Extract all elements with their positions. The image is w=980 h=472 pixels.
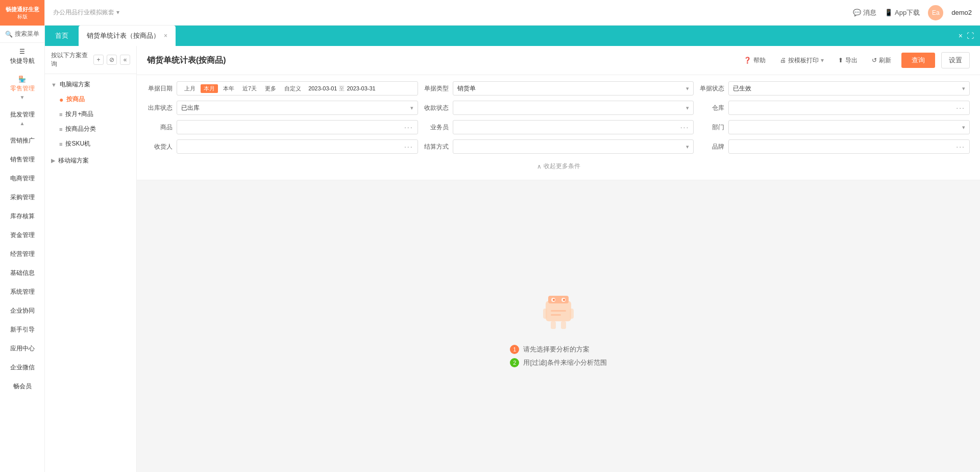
app-download-btn[interactable]: 📱 App下载 (885, 8, 920, 17)
product-control[interactable]: ··· (177, 120, 418, 134)
date-label: 单据日期 (147, 84, 173, 93)
brand-dots[interactable]: ··· (956, 143, 965, 151)
by-product-label: 按商品 (66, 95, 85, 104)
empty-steps: 1 请先选择要分析的方案 2 用[过滤]条件来缩小分析范围 (510, 345, 606, 367)
payment-control[interactable]: ▾ (453, 139, 694, 154)
product-dots[interactable]: ··· (404, 123, 413, 131)
sidebar-item-newuser[interactable]: 新手引导 (0, 320, 44, 339)
date-control[interactable]: 上月 本月 本年 近7天 更多 自定义 2023-03-01 至 2023-03… (177, 81, 418, 96)
sidebar-item-inventory[interactable]: 库存核算 (0, 207, 44, 226)
refresh-label: 刷新 (879, 56, 891, 65)
date-tag-more[interactable]: 更多 (262, 84, 279, 93)
step1-text: 请先选择要分析的方案 (523, 345, 590, 354)
salesperson-dots[interactable]: ··· (680, 123, 690, 131)
date-tag-7days[interactable]: 近7天 (239, 84, 260, 93)
print-btn[interactable]: 🖨 按模板打印 ▾ (776, 54, 828, 67)
empty-step-2: 2 用[过滤]条件来缩小分析范围 (510, 358, 606, 367)
svg-rect-8 (543, 309, 547, 319)
department-filter: 部门 ▾ (699, 120, 970, 134)
sidebar-item-marketing[interactable]: 营销推广 (0, 131, 44, 150)
doc-type-control[interactable]: 销货单 ▾ (453, 81, 694, 96)
filter-row-3: 商品 ··· 业务员 ··· (147, 120, 970, 134)
sidebar-item-sales[interactable]: 销售管理 (0, 150, 44, 169)
sidebar-item-appcenter[interactable]: 应用中心 (0, 339, 44, 358)
sidebar-item-basic[interactable]: 基础信息 (0, 264, 44, 282)
salesperson-control[interactable]: ··· (453, 120, 694, 134)
receiver-control[interactable]: ··· (177, 139, 418, 154)
date-tag-custom[interactable]: 自定义 (281, 84, 304, 93)
sidebar-item-member[interactable]: 畅会员 (0, 377, 44, 396)
procurement-label: 采购管理 (10, 193, 35, 202)
main-content: 办公用品行业模拟账套 ▾ 💬 消息 📱 App下载 Ea demo2 首页 销货… (45, 0, 980, 472)
dropdown-arrow[interactable]: ▾ (116, 9, 119, 16)
message-btn[interactable]: 💬 消息 (853, 8, 876, 17)
tree-item-by-category[interactable]: ≡ 按商品分类 (45, 122, 136, 136)
basic-label: 基础信息 (10, 269, 35, 277)
out-status-control[interactable]: 已出库 ▾ (177, 101, 418, 115)
sidebar-item-wechat[interactable]: 企业微信 (0, 358, 44, 377)
sidebar-item-system[interactable]: 系统管理 (0, 282, 44, 301)
add-scheme-btn[interactable]: + (93, 55, 104, 65)
quick-nav-icon: ☰ (19, 48, 25, 55)
date-range-sep: 至 (339, 85, 345, 92)
sidebar-item-enterprise[interactable]: 企业协同 (0, 301, 44, 320)
sidebar-item-ecommerce[interactable]: 电商管理 (0, 169, 44, 188)
avatar-text: Ea (932, 9, 940, 16)
tab-close-btn[interactable]: × (164, 32, 167, 39)
warehouse-control[interactable]: ··· (728, 101, 970, 115)
tree-desktop-group[interactable]: ▼ 电脑端方案 (45, 77, 136, 92)
finance-label: 资金管理 (10, 231, 35, 240)
department-control[interactable]: ▾ (728, 120, 970, 134)
export-label: 导出 (845, 56, 857, 65)
logo-subtext: 标版 (17, 13, 28, 20)
doc-type-label: 单据类型 (423, 84, 449, 93)
sidebar-item-quick-nav[interactable]: ☰ 快捷导航 (0, 43, 44, 70)
sidebar-search[interactable]: 🔍 搜索菜单 (0, 26, 44, 43)
export-btn[interactable]: ⬆ 导出 (834, 54, 862, 67)
appcenter-label: 应用中心 (10, 344, 35, 353)
active-tab[interactable]: 销货单统计表（按商品） × (79, 26, 176, 46)
product-filter: 商品 ··· (147, 120, 418, 134)
sidebar-item-procurement[interactable]: 采购管理 (0, 188, 44, 207)
receiver-label: 收货人 (147, 143, 173, 151)
settings-btn[interactable]: 设置 (941, 52, 970, 68)
warehouse-dots[interactable]: ··· (956, 104, 965, 112)
home-label: 首页 (55, 31, 68, 40)
active-tab-label: 销货单统计表（按商品） (87, 31, 160, 40)
date-tag-last-month[interactable]: 上月 (181, 84, 199, 93)
receipt-status-control[interactable]: ▾ (453, 101, 694, 115)
help-btn[interactable]: ❓ 帮助 (740, 54, 770, 67)
sidebar-item-wholesale[interactable]: 批发管理 ▲ (0, 105, 44, 131)
step1-num: 1 (510, 345, 519, 354)
tree-mobile-group[interactable]: ▶ 移动端方案 (45, 153, 136, 168)
maximize-btn[interactable]: ⛶ (967, 32, 974, 40)
quick-nav-label: 快捷导航 (10, 57, 35, 65)
sidebar-item-operations[interactable]: 经营管理 (0, 245, 44, 264)
sidebar-item-retail[interactable]: 🏪 零售管理 ▼ (0, 70, 44, 105)
query-btn[interactable]: 查询 (901, 53, 935, 68)
tree-item-by-sku[interactable]: ≡ 按SKU机 (45, 136, 136, 151)
date-tags: 上月 本月 本年 近7天 更多 自定义 (181, 84, 304, 93)
empty-icon (533, 286, 584, 337)
tree-item-by-product[interactable]: ● 按商品 (45, 92, 136, 107)
tree-item-by-month-product[interactable]: ≡ 按月+商品 (45, 107, 136, 122)
doc-status-label: 单据状态 (699, 84, 724, 93)
home-tab[interactable]: 首页 (45, 26, 79, 46)
edit-scheme-btn[interactable]: ⊘ (107, 55, 117, 65)
out-status-filter: 出库状态 已出库 ▾ (147, 101, 418, 115)
user-avatar[interactable]: Ea (928, 5, 943, 20)
refresh-btn[interactable]: ↺ 刷新 (868, 54, 895, 67)
svg-rect-1 (548, 296, 569, 303)
date-tag-this-year[interactable]: 本年 (220, 84, 237, 93)
minimize-btn[interactable]: × (959, 32, 963, 40)
doc-status-control[interactable]: 已生效 ▾ (728, 81, 970, 96)
collapse-panel-btn[interactable]: « (120, 55, 130, 65)
receiver-dots[interactable]: ··· (404, 143, 413, 151)
date-tag-this-month[interactable]: 本月 (201, 84, 218, 93)
brand-control[interactable]: ··· (728, 139, 970, 154)
receiver-filter: 收货人 ··· (147, 139, 418, 154)
collapse-bar[interactable]: ∧ 收起更多条件 (147, 159, 970, 174)
inventory-label: 库存核算 (10, 212, 35, 221)
operations-label: 经营管理 (10, 250, 35, 258)
sidebar-item-finance[interactable]: 资金管理 (0, 226, 44, 245)
